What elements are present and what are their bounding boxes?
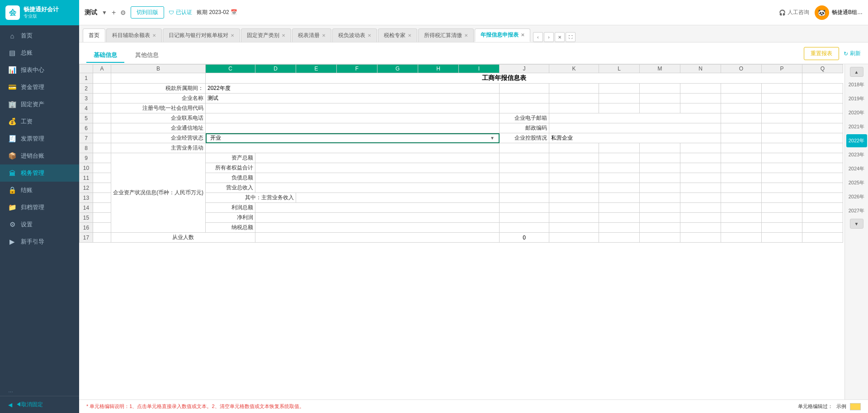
cell-9-N[interactable] — [680, 153, 721, 163]
cell-14-M[interactable] — [640, 203, 680, 213]
service-button[interactable]: 🎧 人工咨询 — [779, 9, 809, 16]
cell-12-N[interactable] — [680, 183, 721, 193]
cell-12-C[interactable]: 营业总收入 — [206, 183, 255, 193]
year-2025[interactable]: 2025年 — [846, 176, 867, 189]
col-F[interactable]: F — [337, 65, 377, 73]
cell-16-Q[interactable] — [802, 223, 843, 233]
cell-1-title[interactable]: 工商年报信息表 — [206, 73, 802, 84]
cell-12-Q[interactable] — [802, 183, 843, 193]
cell-9-K[interactable] — [549, 153, 599, 163]
cell-4-M[interactable] — [640, 103, 680, 113]
tab-aux-balance[interactable]: 科目辅助余额表 ✕ — [106, 28, 162, 42]
cell-10-D[interactable] — [255, 163, 500, 173]
cell-2-K[interactable] — [549, 84, 599, 94]
cell-11-D[interactable] — [255, 173, 500, 183]
cell-17-Q[interactable] — [802, 233, 843, 243]
cell-5-C[interactable] — [206, 113, 500, 123]
cell-8-J[interactable] — [500, 143, 549, 153]
spreadsheet-container[interactable]: A B C D E F G H I J K L — [79, 64, 844, 399]
year-2024[interactable]: 2024年 — [846, 162, 867, 175]
cell-6-J[interactable]: 邮政编码 — [500, 123, 549, 133]
cell-3-P[interactable] — [762, 94, 802, 103]
cell-4-L[interactable] — [599, 103, 640, 113]
col-O[interactable]: O — [721, 65, 762, 73]
cell-12-L[interactable] — [599, 183, 640, 193]
cell-15-J[interactable] — [500, 213, 549, 223]
close-icon[interactable]: ✕ — [368, 33, 371, 38]
cell-4-B[interactable]: 注册号/统一社会信用代码 — [111, 103, 206, 113]
cell-4-Q[interactable] — [802, 103, 843, 113]
cell-13-O[interactable] — [721, 193, 762, 203]
cell-17-D[interactable] — [255, 233, 500, 243]
cell-16-P[interactable] — [762, 223, 802, 233]
cell-14-J[interactable] — [500, 203, 549, 213]
cell-11-P[interactable] — [762, 173, 802, 183]
year-2019[interactable]: 2019年 — [846, 92, 867, 105]
cell-3-O[interactable] — [721, 94, 762, 103]
cell-8-P[interactable] — [762, 143, 802, 153]
year-2027[interactable]: 2027年 — [846, 204, 867, 217]
cell-15-D[interactable] — [255, 213, 500, 223]
cell-14-N[interactable] — [680, 203, 721, 213]
sidebar-item-guide[interactable]: ▶ 新手引导 — [0, 233, 79, 250]
cell-2-O[interactable] — [721, 84, 762, 94]
cell-17-P[interactable] — [762, 233, 802, 243]
col-P[interactable]: P — [762, 65, 802, 73]
cell-16-A[interactable] — [93, 223, 111, 233]
cell-10-C[interactable]: 所有者权益合计 — [206, 163, 255, 173]
cell-3-M[interactable] — [640, 94, 680, 103]
cell-15-L[interactable] — [599, 213, 640, 223]
col-E[interactable]: E — [296, 65, 337, 73]
cell-2-Q[interactable] — [802, 84, 843, 94]
col-B[interactable]: B — [111, 65, 206, 73]
cell-7-J[interactable]: 企业控股情况 — [500, 133, 549, 143]
topbar-add-icon[interactable]: + — [112, 9, 116, 17]
cell-3-B[interactable]: 企业名称 — [111, 94, 206, 103]
cell-17-J[interactable]: 0 — [500, 233, 549, 243]
col-K[interactable]: K — [549, 65, 599, 73]
cell-17-O[interactable] — [721, 233, 762, 243]
cell-14-P[interactable] — [762, 203, 802, 213]
cell-3-N[interactable] — [680, 94, 721, 103]
cell-10-K[interactable] — [549, 163, 599, 173]
cell-5-A[interactable] — [93, 113, 111, 123]
cell-4-O[interactable] — [721, 103, 762, 113]
col-L[interactable]: L — [599, 65, 640, 73]
tab-tax-fluctuation[interactable]: 税负波动表 ✕ — [332, 28, 377, 42]
cell-9-A[interactable] — [93, 153, 111, 163]
cell-3-J[interactable] — [500, 94, 549, 103]
close-icon[interactable]: ✕ — [521, 33, 524, 38]
tab-close-all-button[interactable]: ✕ — [555, 32, 565, 42]
cell-8-O[interactable] — [721, 143, 762, 153]
cell-9-M[interactable] — [640, 153, 680, 163]
cell-11-L[interactable] — [599, 173, 640, 183]
col-C[interactable]: C — [206, 65, 255, 73]
sidebar-item-assets[interactable]: 🏢 固定资产 — [0, 96, 79, 113]
cell-15-K[interactable] — [549, 213, 599, 223]
cell-8-B[interactable]: 主营业务活动 — [111, 143, 206, 153]
cell-14-A[interactable] — [93, 203, 111, 213]
col-I[interactable]: I — [459, 65, 500, 73]
close-icon[interactable]: ✕ — [282, 33, 285, 38]
sidebar-item-reports[interactable]: 📊 报表中心 — [0, 61, 79, 79]
cell-13-J[interactable] — [500, 193, 549, 203]
cell-1-B[interactable] — [111, 73, 206, 84]
cell-13-C[interactable]: 其中：主营业务收入 — [206, 193, 296, 203]
col-G[interactable]: G — [377, 65, 418, 73]
cell-17-N[interactable] — [680, 233, 721, 243]
cell-2-M[interactable] — [640, 84, 680, 94]
cell-7-K[interactable]: 私营企业 — [549, 133, 721, 143]
cell-5-K[interactable] — [549, 113, 721, 123]
cell-15-A[interactable] — [93, 213, 111, 223]
sidebar-item-finance[interactable]: 💳 资金管理 — [0, 79, 79, 96]
cell-13-N[interactable] — [680, 193, 721, 203]
cell-17-L[interactable] — [599, 233, 640, 243]
cell-5-P[interactable] — [762, 113, 802, 123]
col-A[interactable]: A — [93, 65, 111, 73]
cell-13-Q[interactable] — [802, 193, 843, 203]
cell-12-M[interactable] — [640, 183, 680, 193]
close-icon[interactable]: ✕ — [408, 33, 411, 38]
cell-12-A[interactable] — [93, 183, 111, 193]
close-icon[interactable]: ✕ — [464, 33, 468, 38]
tab-annual-report[interactable]: 年报信息申报表 ✕ — [475, 28, 530, 42]
